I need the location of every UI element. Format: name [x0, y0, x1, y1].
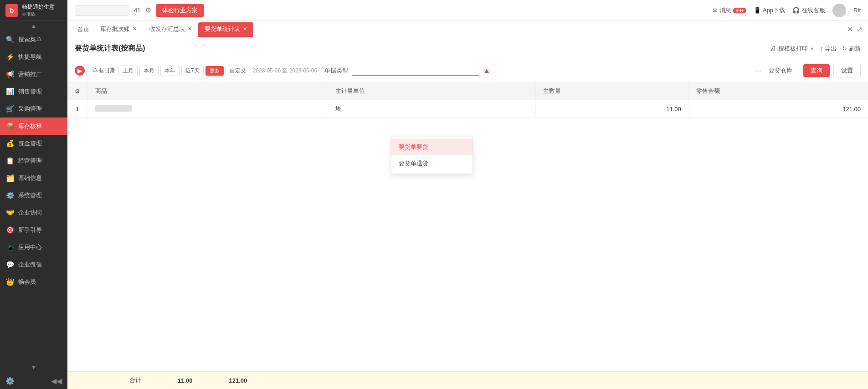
data-table: ⚙ 商品 主计量单位 主数量 零售金额 1 块 11.00: [67, 82, 868, 118]
sidebar-item-label: 新手引导: [18, 226, 42, 234]
settings-icon[interactable]: ⚙️: [5, 377, 15, 385]
app-logo-text: 畅捷通好生意 标准版: [22, 4, 55, 17]
date-btn-this-month[interactable]: 本月: [139, 66, 159, 76]
sidebar-item-search[interactable]: 🔍 搜索菜单: [0, 31, 67, 48]
sidebar-item-inventory[interactable]: 📦 库存核算: [0, 118, 67, 135]
tab-inventory-batch[interactable]: 库存批次账 ✕: [94, 22, 143, 37]
sidebar-item-sales[interactable]: 📊 销售管理: [0, 83, 67, 100]
footer-amount: 121.00: [193, 377, 247, 384]
sidebar-logo: b 畅捷通好生意 标准版: [0, 0, 67, 21]
sidebar-scroll-down[interactable]: ▼: [0, 363, 67, 373]
marketing-icon: 📢: [5, 70, 15, 78]
fullscreen-icon[interactable]: ⤢: [857, 25, 863, 34]
app-download-label: App下载: [763, 6, 785, 15]
date-btn-this-year[interactable]: 本年: [160, 66, 180, 76]
tabs-bar: 首页 库存批次账 ✕ 收发存汇总表 ✕ 要货单统计表 ✕ ✕ ⤢: [67, 21, 868, 38]
apps-icon: 📱: [5, 243, 15, 251]
app-download-button[interactable]: 📱 App下载: [754, 6, 785, 15]
settings-button[interactable]: 设置: [833, 64, 861, 77]
sidebar-item-label: 系统管理: [18, 191, 42, 200]
sidebar-item-label: 搜索菜单: [18, 36, 42, 44]
filter-more-icon[interactable]: ···: [755, 66, 761, 76]
date-btn-7days[interactable]: 近7天: [181, 66, 204, 76]
row-product: [88, 100, 328, 118]
sidebar-footer: ⚙️ ◀◀: [0, 373, 67, 389]
headset-icon: 🎧: [792, 7, 800, 14]
promo-button[interactable]: 体验行业方案: [156, 4, 204, 17]
page-header: 要货单统计表(按商品) 🖨 按模板打印 ▼ ↑ 导出 ↻ 刷新: [67, 38, 868, 59]
sidebar-item-label: 企业协同: [18, 209, 42, 217]
refresh-button[interactable]: ↻ 刷新: [842, 45, 861, 53]
table-row: 1 块 11.00 121.00: [67, 100, 868, 118]
sidebar-item-purchase[interactable]: 🛒 采购管理: [0, 100, 67, 118]
sales-icon: 📊: [5, 87, 15, 96]
collapse-sidebar-icon[interactable]: ◀◀: [51, 377, 62, 385]
customer-service-button[interactable]: 🎧 在线客服: [792, 6, 825, 15]
close-all-icon[interactable]: ✕: [847, 25, 853, 34]
table-footer: 合计 11.00 121.00: [67, 371, 868, 389]
message-label: 消息: [719, 6, 731, 15]
sidebar-item-label: 销售管理: [18, 87, 42, 96]
footer-total-label: 合计: [75, 376, 141, 384]
topbar-search-input[interactable]: [75, 5, 129, 16]
sidebar-item-label: 企业微信: [18, 261, 42, 269]
filter-expand-button[interactable]: ▶: [75, 66, 85, 76]
col-settings[interactable]: ⚙: [67, 82, 88, 100]
product-placeholder: [95, 105, 132, 112]
inventory-icon: 📦: [5, 122, 15, 130]
print-button[interactable]: 🖨 按模板打印 ▼: [770, 45, 815, 53]
system-icon: ⚙️: [5, 191, 15, 200]
dropdown-item-order-goods[interactable]: 要货单要货: [391, 139, 473, 155]
tab-close-icon[interactable]: ✕: [243, 26, 247, 32]
sidebar-item-operations[interactable]: 📋 经营管理: [0, 152, 67, 169]
tab-order-stats[interactable]: 要货单统计表 ✕: [198, 22, 253, 37]
date-btn-more[interactable]: 更多: [205, 66, 224, 76]
page-title: 要货单统计表(按商品): [75, 44, 145, 53]
type-filter-group: 单据类型 ▲: [324, 66, 747, 76]
topbar-right: ✉ 消息 99+ 📱 App下载 🎧 在线客服 Rit: [713, 4, 861, 17]
warehouse-filter-label: 要货仓库: [769, 67, 792, 75]
message-button[interactable]: ✉ 消息 99+: [713, 6, 746, 15]
chevron-down-icon[interactable]: ▼: [810, 46, 815, 51]
sidebar-item-shortcut[interactable]: ⚡ 快捷导航: [0, 48, 67, 66]
sidebar-item-wechat[interactable]: 💬 企业微信: [0, 256, 67, 273]
sidebar-scroll-up[interactable]: ▲: [0, 21, 67, 31]
date-btn-last-month[interactable]: 上月: [118, 66, 138, 76]
date-range-display: 2023-05-06 至 2023-06-06: [253, 67, 317, 75]
tabs-actions: ✕ ⤢: [847, 25, 863, 34]
sidebar-item-label: 快捷导航: [18, 53, 42, 61]
purchase-icon: 🛒: [5, 105, 15, 113]
sidebar-item-enterprise[interactable]: 🤝 企业协同: [0, 204, 67, 221]
footer-quantity: 11.00: [141, 377, 193, 384]
sidebar-item-member[interactable]: 👑 畅会员: [0, 273, 67, 291]
sidebar-item-marketing[interactable]: 📢 营销推广: [0, 66, 67, 83]
phone-icon: 📱: [754, 7, 761, 14]
date-btn-custom[interactable]: 自定义: [226, 66, 250, 76]
sidebar-item-apps[interactable]: 📱 应用中心: [0, 239, 67, 256]
tab-home[interactable]: 首页: [73, 23, 94, 36]
type-dropdown-menu: 要货单要货 要货单退货: [391, 137, 473, 174]
col-unit: 主计量单位: [328, 82, 536, 100]
tab-close-icon[interactable]: ✕: [133, 26, 137, 32]
sidebar-item-base[interactable]: 🗂️ 基础信息: [0, 169, 67, 187]
col-product: 商品: [88, 82, 328, 100]
date-buttons: 上月 本月 本年 近7天 更多 自定义: [118, 66, 250, 76]
tab-receipt-summary[interactable]: 收发存汇总表 ✕: [143, 22, 198, 37]
tab-close-icon[interactable]: ✕: [188, 26, 192, 32]
message-badge: 99+: [733, 8, 746, 13]
page-actions: 🖨 按模板打印 ▼ ↑ 导出 ↻ 刷新: [770, 45, 861, 53]
sidebar-item-guide[interactable]: 🎯 新手引导: [0, 221, 67, 239]
avatar[interactable]: [832, 4, 846, 17]
export-icon: ↑: [820, 45, 823, 52]
type-filter-input[interactable]: [352, 66, 479, 76]
operations-icon: 📋: [5, 157, 15, 165]
sidebar-item-finance[interactable]: 💰 资金管理: [0, 135, 67, 152]
sidebar-nav: 🔍 搜索菜单 ⚡ 快捷导航 📢 营销推广 📊 销售管理 🛒 采购管理 📦 库存核…: [0, 31, 67, 363]
type-filter-arrow-icon[interactable]: ▲: [483, 67, 490, 75]
sidebar-item-system[interactable]: ⚙️ 系统管理: [0, 187, 67, 204]
search-button[interactable]: 查询: [803, 64, 830, 77]
sidebar-item-label: 基础信息: [18, 174, 42, 182]
topbar-gear-icon[interactable]: ⚙: [145, 6, 151, 15]
dropdown-item-order-return[interactable]: 要货单退货: [391, 155, 473, 172]
export-button[interactable]: ↑ 导出: [820, 45, 837, 53]
